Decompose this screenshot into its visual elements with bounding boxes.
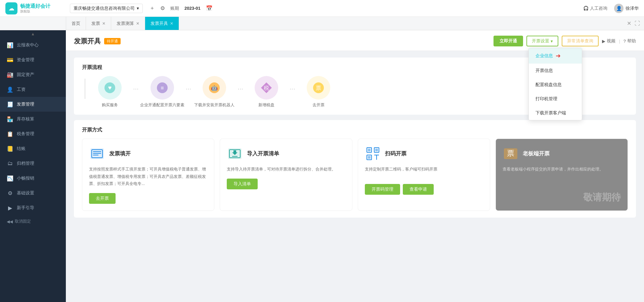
tab-invoice-label: 发票 (91, 21, 100, 27)
step-connector-4: ··· (288, 85, 297, 92)
tab-invoice-close[interactable]: ✕ (102, 21, 105, 26)
sidebar-label-guide: 新手引导 (17, 205, 34, 211)
settings-dropdown: 企业信息 ➜ 开票信息 配置税盘信息 打印机管理 下载开票客户端 (528, 48, 582, 120)
chevron-down-icon: ▾ (137, 6, 139, 11)
dropdown-item-invoice-info[interactable]: 开票信息 (529, 64, 582, 78)
method-cards: 发票填开 支持按照发票样式手工填开发票；可开具增值税电子普通发票、增值税普通发票… (82, 139, 628, 211)
method-card-scan: 扫码开票 支持定制开票二维码，客户端可扫码开票 开票码管理 查看申请 (358, 139, 490, 211)
logo-area: ☁ 畅捷通好会计 旗舰版 (5, 2, 66, 14)
sidebar-label-funds: 资金管理 (17, 57, 34, 63)
support-button[interactable]: 🎧 人工咨询 (583, 5, 607, 11)
boss-invoice-icon: 票 (503, 146, 519, 162)
main-layout: ▲ 📊 云报表中心 💳 资金管理 🏭 固定资产 👤 工资 🧾 发票管理 🏪 库存… (0, 30, 644, 302)
dropdown-item-company[interactable]: 企业信息 ➜ (529, 48, 582, 64)
tab-calc-label: 发票测算 (117, 21, 134, 27)
dropdown-item-printer[interactable]: 打印机管理 (529, 92, 582, 106)
step-label-4: 新增税盘 (258, 102, 274, 108)
expense-icon: 📉 (7, 175, 13, 182)
avatar: 👤 (614, 4, 624, 13)
guide-icon: ▶ (7, 204, 13, 211)
maximize-icon[interactable]: ⛶ (633, 19, 641, 28)
sidebar: ▲ 📊 云报表中心 💳 资金管理 🏭 固定资产 👤 工资 🧾 发票管理 🏪 库存… (0, 30, 66, 302)
fill-invoice-title: 发票填开 (109, 150, 131, 157)
settings-button-label: 开票设置 (532, 38, 549, 44)
activate-button[interactable]: 立即开通 (493, 36, 523, 46)
tab-invoice[interactable]: 发票 ✕ (86, 17, 111, 30)
svg-text:≡: ≡ (161, 85, 164, 91)
sidebar-item-archive[interactable]: 🗂 归档管理 (0, 156, 66, 171)
status-badge: 待开通 (104, 38, 121, 44)
method-card-fill: 发票填开 支持按照发票样式手工填开发票；可开具增值税电子普通发票、增值税普通发票… (82, 139, 214, 211)
inventory-icon: 🏪 (7, 116, 13, 122)
unpin-label: 取消固定 (15, 219, 31, 224)
import-invoice-button[interactable]: 导入清单 (227, 179, 258, 189)
sidebar-unpin[interactable]: ◀◀ 取消固定 (0, 215, 66, 228)
page-title: 发票开具 (74, 37, 101, 46)
user-info[interactable]: 👤 徐泽华 (614, 4, 639, 13)
page-header: 发票开具 待开通 立即开通 开票设置 ▾ 异常清单查询 ▶ 视频 | ? 帮助 (66, 30, 644, 51)
sidebar-label-expense: 小畅报销 (17, 175, 34, 181)
step-divider-start (85, 79, 85, 99)
import-invoice-title: 导入开票清单 (247, 150, 279, 157)
add-icon[interactable]: ＋ (149, 5, 155, 12)
svg-text:♥: ♥ (108, 84, 112, 91)
tab-issue-close[interactable]: ✕ (170, 21, 173, 26)
dropdown-item-download-client[interactable]: 下载开票客户端 (529, 106, 582, 120)
sidebar-item-funds[interactable]: 💳 资金管理 (0, 52, 66, 67)
methods-title: 开票方式 (82, 127, 628, 133)
sidebar-item-assets[interactable]: 🏭 固定资产 (0, 67, 66, 82)
flow-step-4: 税 新增税盘 (245, 76, 288, 108)
sidebar-scroll-up[interactable]: ▲ (0, 30, 66, 38)
reports-icon: 📊 (7, 42, 13, 48)
user-name: 徐泽华 (626, 5, 639, 11)
company-selector[interactable]: 重庆畅捷交通信息咨询有限公司 ▾ (70, 4, 143, 13)
tab-issue[interactable]: 发票开具 ✕ (145, 17, 179, 30)
sidebar-label-tax: 税务管理 (17, 131, 34, 137)
tab-calc[interactable]: 发票测算 ✕ (111, 17, 145, 30)
video-button[interactable]: ▶ 视频 (602, 38, 615, 44)
sidebar-label-inventory: 库存核算 (17, 116, 34, 122)
methods-section: 开票方式 发票填开 支持按照发票样式手工填开发票；可开具增值税电子普通发票、增值… (74, 120, 636, 218)
settings-icon[interactable]: ⚙ (160, 5, 165, 11)
calendar-icon[interactable]: 📅 (206, 5, 213, 11)
settings-nav-icon: ⚙ (7, 190, 13, 196)
scan-apply-button[interactable]: 查看申请 (403, 184, 434, 195)
scan-manage-button[interactable]: 开票码管理 (365, 184, 400, 195)
sidebar-label-assets: 固定资产 (17, 72, 34, 78)
sidebar-item-guide[interactable]: ▶ 新手引导 (0, 200, 66, 215)
sidebar-item-inventory[interactable]: 🏪 库存核算 (0, 112, 66, 126)
sidebar-item-checkout[interactable]: 📒 结账 (0, 141, 66, 156)
settings-button[interactable]: 开票设置 ▾ (526, 36, 558, 46)
sidebar-item-invoice[interactable]: 🧾 发票管理 (0, 97, 66, 112)
fill-invoice-desc: 支持按照发票样式手工填开发票；可开具增值税电子普通发票、增值税普通发票、增值税专… (89, 166, 207, 188)
sidebar-item-expense[interactable]: 📉 小畅报销 (0, 171, 66, 186)
salary-icon: 👤 (7, 86, 13, 93)
archive-icon: 🗂 (7, 160, 13, 167)
tab-issue-label: 发票开具 (151, 21, 168, 27)
fill-invoice-button[interactable]: 去开票 (89, 193, 116, 204)
assets-icon: 🏭 (7, 71, 13, 78)
tax-icon: 📋 (7, 130, 13, 137)
abnormal-button[interactable]: 异常清单查询 (562, 36, 599, 46)
close-window-icon[interactable]: ✕ (626, 19, 633, 28)
dropdown-company-label: 企业信息 (535, 53, 553, 59)
step-connector-3: ··· (236, 85, 245, 92)
help-button[interactable]: ? 帮助 (624, 38, 636, 44)
sidebar-item-salary[interactable]: 👤 工资 (0, 82, 66, 97)
sidebar-label-checkout: 结账 (17, 146, 26, 152)
sidebar-item-settings[interactable]: ⚙ 基础设置 (0, 186, 66, 200)
scan-invoice-title: 扫码开票 (385, 150, 406, 157)
step-icon-4: 税 (255, 76, 278, 100)
sidebar-label-invoice: 发票管理 (17, 101, 34, 107)
funds-icon: 💳 (7, 56, 13, 63)
boss-overlay-text: 敬请期待 (583, 191, 621, 204)
dropdown-item-taxdisk[interactable]: 配置税盘信息 (529, 78, 582, 92)
sidebar-item-tax[interactable]: 📋 税务管理 (0, 126, 66, 141)
sidebar-item-reports[interactable]: 📊 云报表中心 (0, 38, 66, 52)
company-name: 重庆畅捷交通信息咨询有限公司 (74, 5, 135, 11)
sidebar-label-salary: 工资 (17, 86, 26, 92)
tab-home[interactable]: 首页 (66, 17, 86, 30)
question-icon: ? (624, 39, 626, 44)
tab-calc-close[interactable]: ✕ (136, 21, 139, 26)
svg-text:税: 税 (264, 85, 269, 91)
